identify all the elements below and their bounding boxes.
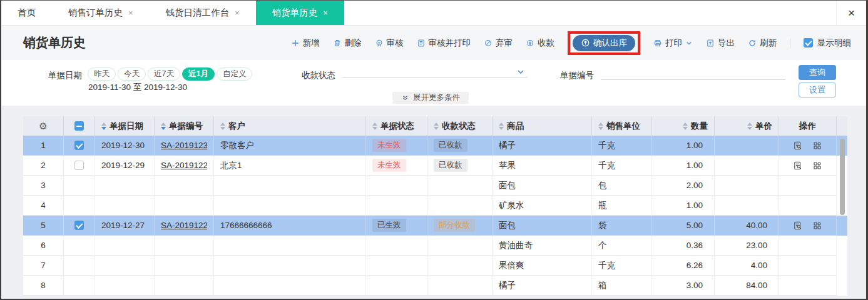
sort-arrows-icon[interactable]	[598, 122, 603, 130]
tab-home[interactable]: 首页	[1, 1, 52, 25]
settings-button[interactable]: 设置	[799, 82, 836, 98]
date-preset-0[interactable]: 昨天	[88, 68, 116, 81]
column-header-6[interactable]: 商品	[493, 116, 592, 136]
column-header-4[interactable]: 单据状态	[366, 116, 427, 136]
chevron-down-icon[interactable]	[516, 67, 526, 79]
query-button[interactable]: 查询	[799, 65, 836, 80]
chevron-down-icon[interactable]	[685, 39, 693, 47]
print-button[interactable]: 打印	[653, 38, 693, 49]
toolbar-button-label: 打印	[665, 38, 682, 49]
table-row[interactable]: 12019-12-30SA-20191230-0零散客户未生效已收款橘子千克1.…	[23, 136, 847, 156]
table-cell: 个	[592, 236, 652, 256]
date-preset-1[interactable]: 今天	[118, 68, 146, 81]
table-cell: 黄油曲奇	[493, 236, 592, 256]
audit-print-button[interactable]: 审核并打印	[417, 38, 471, 49]
table-cell: 8	[23, 276, 64, 296]
show-detail-checkbox[interactable]	[804, 38, 813, 48]
row-checkbox[interactable]	[74, 141, 84, 150]
tab-close-icon[interactable]: ×	[323, 8, 328, 18]
sort-arrows-icon[interactable]	[220, 122, 225, 130]
doc-no-link[interactable]: SA-20191227-0	[161, 221, 207, 230]
column-header-1[interactable]: 单据日期	[95, 116, 155, 136]
delete-button[interactable]: 删除	[333, 38, 362, 49]
tab-3[interactable]: 销货单历史×	[256, 1, 344, 25]
show-detail-toggle[interactable]: 显示明细	[804, 38, 851, 49]
table-cell: 已收款	[427, 156, 493, 176]
tab-2[interactable]: 钱货日清工作台×	[150, 1, 256, 25]
sort-arrows-icon[interactable]	[434, 122, 439, 130]
export-button[interactable]: 导出	[706, 38, 735, 49]
column-header-2[interactable]: 单据编号	[155, 116, 214, 136]
table-row[interactable]: 8橘子箱3.0084.00	[23, 276, 847, 296]
add-button[interactable]: 新增	[291, 38, 320, 49]
column-settings-gear-icon[interactable]: ⚙	[39, 121, 47, 132]
expand-more-filters[interactable]: 展开更多条件	[392, 92, 469, 104]
table-row[interactable]: 3面包包2.00	[23, 176, 847, 196]
tab-1[interactable]: 销售订单历史×	[52, 1, 150, 25]
column-header-5[interactable]: 收款状态	[427, 116, 493, 136]
trash-icon	[333, 39, 342, 48]
table-cell	[214, 176, 366, 196]
unaudit-button[interactable]: 弃审	[484, 38, 513, 49]
unit-price: 4.00	[751, 261, 767, 270]
row-number: 3	[41, 181, 46, 190]
table-row[interactable]: 22019-12-29SA-20191229-0北京1未生效已收款苹果千克1.0…	[23, 156, 847, 176]
table-row[interactable]: 6黄油曲奇个0.3623.00	[23, 236, 847, 256]
tab-list: 首页销售订单历史×钱货日清工作台×销货单历史×	[1, 1, 344, 25]
column-header-3[interactable]: 客户	[214, 116, 366, 136]
sort-arrows-icon[interactable]	[372, 122, 377, 130]
collect-icon	[526, 39, 534, 48]
table-cell: 面包	[493, 176, 592, 196]
refresh-button[interactable]: 刷新	[748, 38, 777, 49]
column-header-7[interactable]: 销售单位	[592, 116, 652, 136]
select-all-checkbox[interactable]	[74, 121, 84, 131]
grid-ops-icon[interactable]	[812, 141, 822, 151]
date-range-value[interactable]: 2019-11-30 至 2019-12-30	[88, 82, 187, 93]
quantity: 6.26	[687, 261, 703, 270]
grid-ops-icon[interactable]	[812, 161, 822, 171]
payment-status-select[interactable]	[342, 65, 528, 78]
sort-arrows-icon[interactable]	[747, 122, 752, 130]
doc-no-link[interactable]: SA-20191230-0	[161, 141, 207, 150]
grid-ops-icon[interactable]	[812, 221, 822, 231]
table-cell: 1.00	[652, 196, 715, 216]
row-checkbox[interactable]	[74, 161, 84, 170]
table-cell: 2019-12-30	[95, 136, 155, 156]
table-row[interactable]: 7果倍爽千克6.264.00	[23, 256, 847, 276]
tab-close-icon[interactable]: ×	[235, 8, 240, 18]
quantity: 1.00	[687, 141, 703, 150]
row-checkbox[interactable]	[74, 221, 84, 230]
row-number: 6	[41, 241, 46, 250]
date-preset-4[interactable]: 自定义	[217, 68, 253, 81]
column-label: 销售单位	[606, 121, 640, 132]
sales-unit: 箱	[598, 280, 607, 291]
view-doc-icon[interactable]	[793, 221, 803, 231]
table-cell	[779, 276, 837, 296]
column-header-9[interactable]: 单价	[715, 116, 779, 136]
sort-arrows-icon[interactable]	[499, 122, 504, 130]
sort-arrows-icon[interactable]	[161, 122, 166, 130]
tab-label: 销货单历史	[272, 7, 318, 19]
sort-arrows-icon[interactable]	[683, 122, 688, 130]
table-row[interactable]: 4矿泉水瓶1.00	[23, 196, 847, 216]
date-preset-3[interactable]: 近1月	[182, 68, 215, 81]
view-doc-icon[interactable]	[793, 161, 803, 171]
sort-arrows-icon[interactable]	[101, 122, 106, 130]
product-name: 面包	[499, 220, 516, 231]
collect-payment-button[interactable]: 收款	[526, 38, 554, 49]
date-preset-2[interactable]: 近7天	[148, 68, 180, 81]
row-number: 4	[41, 201, 46, 210]
table-cell	[779, 236, 837, 256]
audit-button[interactable]: 审核	[375, 38, 404, 49]
vertical-scrollbar[interactable]	[840, 139, 845, 215]
doc-no-link[interactable]: SA-20191229-0	[161, 161, 207, 170]
table-cell	[155, 256, 214, 276]
confirm-outbound-button[interactable]: 确认出库	[573, 35, 635, 51]
tab-close-icon[interactable]: ×	[128, 8, 133, 18]
table-row[interactable]: 52019-12-27SA-20191227-017666666666已生效部分…	[23, 216, 847, 236]
view-doc-icon[interactable]	[793, 141, 803, 151]
doc-no-input[interactable]	[601, 68, 785, 80]
table-cell	[155, 236, 214, 256]
column-header-8[interactable]: 数量	[652, 116, 715, 136]
window-close-button[interactable]: ×	[836, 1, 866, 25]
